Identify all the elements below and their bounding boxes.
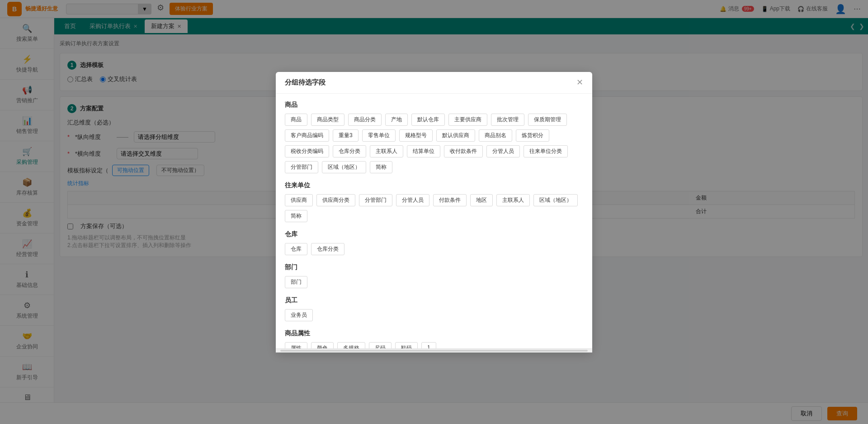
field-tag-0-0[interactable]: 商品 [285, 114, 307, 126]
field-tag-0-1[interactable]: 商品类型 [311, 114, 344, 126]
field-tag-0-2[interactable]: 商品分类 [348, 114, 382, 126]
field-section-5: 商品属性属性颜色多规格尺码鞋码1 [285, 329, 583, 348]
field-tag-5-5[interactable]: 1 [421, 342, 436, 348]
modal-scroll-track [276, 348, 592, 353]
field-tag-2-1[interactable]: 仓库分类 [311, 243, 344, 255]
field-tag-0-6[interactable]: 批次管理 [491, 114, 524, 126]
field-tag-1-3[interactable]: 分管人员 [396, 194, 429, 206]
field-tag-0-16[interactable]: 仓库分类 [333, 145, 366, 157]
modal-body: 商品商品商品类型商品分类产地默认仓库主要供应商批次管理保质期管理客户商品编码重量… [276, 94, 592, 348]
field-tag-3-0[interactable]: 部门 [285, 276, 307, 288]
field-section-1: 往来单位供应商供应商分类分管部门分管人员付款条件地区主联系人区域（地区）简称 [285, 181, 583, 222]
field-tag-0-17[interactable]: 主联系人 [370, 145, 403, 157]
field-tags-1: 供应商供应商分类分管部门分管人员付款条件地区主联系人区域（地区）简称 [285, 194, 583, 222]
field-tag-1-1[interactable]: 供应商分类 [316, 194, 355, 206]
field-tag-5-2[interactable]: 多规格 [337, 342, 365, 348]
field-tag-5-0[interactable]: 属性 [285, 342, 307, 348]
field-section-4: 员工业务员 [285, 296, 583, 321]
field-tag-0-22[interactable]: 分管部门 [285, 161, 318, 173]
field-section-title-4: 员工 [285, 296, 583, 305]
field-tag-1-5[interactable]: 地区 [470, 194, 493, 206]
field-tags-2: 仓库仓库分类 [285, 243, 583, 255]
field-section-title-3: 部门 [285, 263, 583, 272]
field-tag-0-11[interactable]: 规格型号 [399, 129, 433, 142]
modal-close-button[interactable]: ✕ [576, 78, 583, 86]
field-tag-1-2[interactable]: 分管部门 [359, 194, 392, 206]
field-tags-5: 属性颜色多规格尺码鞋码1 [285, 342, 583, 348]
field-tag-0-10[interactable]: 零售单位 [362, 129, 396, 142]
field-tags-4: 业务员 [285, 309, 583, 321]
field-tag-0-24[interactable]: 简称 [370, 161, 392, 173]
field-tag-2-0[interactable]: 仓库 [285, 243, 307, 255]
field-tag-0-21[interactable]: 往来单位分类 [524, 145, 568, 157]
field-tag-0-15[interactable]: 税收分类编码 [285, 145, 329, 157]
modal-overlay: 分组待选字段 ✕ 商品商品商品类型商品分类产地默认仓库主要供应商批次管理保质期管… [0, 0, 868, 424]
field-tag-0-20[interactable]: 分管人员 [486, 145, 520, 157]
field-tag-5-3[interactable]: 尺码 [369, 342, 392, 348]
field-tag-5-4[interactable]: 鞋码 [395, 342, 418, 348]
field-tag-0-9[interactable]: 重量3 [333, 129, 359, 142]
modal-scroll-thumb [280, 350, 588, 352]
field-tag-0-23[interactable]: 区域（地区） [322, 161, 366, 173]
field-section-3: 部门部门 [285, 263, 583, 288]
field-tag-0-19[interactable]: 收付款条件 [444, 145, 483, 157]
field-tag-0-14[interactable]: 炼货积分 [516, 129, 549, 142]
modal-title: 分组待选字段 [285, 78, 326, 87]
field-tag-1-8[interactable]: 简称 [285, 210, 307, 222]
field-tag-0-7[interactable]: 保质期管理 [528, 114, 567, 126]
modal-header: 分组待选字段 ✕ [276, 72, 592, 94]
field-tag-0-4[interactable]: 默认仓库 [411, 114, 445, 126]
field-tag-4-0[interactable]: 业务员 [285, 309, 313, 321]
field-section-title-0: 商品 [285, 101, 583, 109]
field-tag-5-1[interactable]: 颜色 [311, 342, 334, 348]
field-tag-0-12[interactable]: 默认供应商 [436, 129, 475, 142]
field-tag-0-5[interactable]: 主要供应商 [448, 114, 487, 126]
field-tag-0-3[interactable]: 产地 [385, 114, 408, 126]
modal: 分组待选字段 ✕ 商品商品商品类型商品分类产地默认仓库主要供应商批次管理保质期管… [276, 72, 592, 353]
field-tag-0-13[interactable]: 商品别名 [479, 129, 512, 142]
field-section-title-1: 往来单位 [285, 181, 583, 190]
field-tag-0-18[interactable]: 结算单位 [407, 145, 440, 157]
field-tag-1-0[interactable]: 供应商 [285, 194, 313, 206]
field-section-title-2: 仓库 [285, 230, 583, 238]
field-section-title-5: 商品属性 [285, 329, 583, 338]
field-tag-1-7[interactable]: 区域（地区） [533, 194, 578, 206]
field-tag-0-8[interactable]: 客户商品编码 [285, 129, 329, 142]
field-tag-1-6[interactable]: 主联系人 [496, 194, 530, 206]
field-tags-0: 商品商品类型商品分类产地默认仓库主要供应商批次管理保质期管理客户商品编码重量3零… [285, 114, 583, 173]
field-tag-1-4[interactable]: 付款条件 [433, 194, 467, 206]
field-section-0: 商品商品商品类型商品分类产地默认仓库主要供应商批次管理保质期管理客户商品编码重量… [285, 101, 583, 173]
field-section-2: 仓库仓库仓库分类 [285, 230, 583, 255]
field-tags-3: 部门 [285, 276, 583, 288]
